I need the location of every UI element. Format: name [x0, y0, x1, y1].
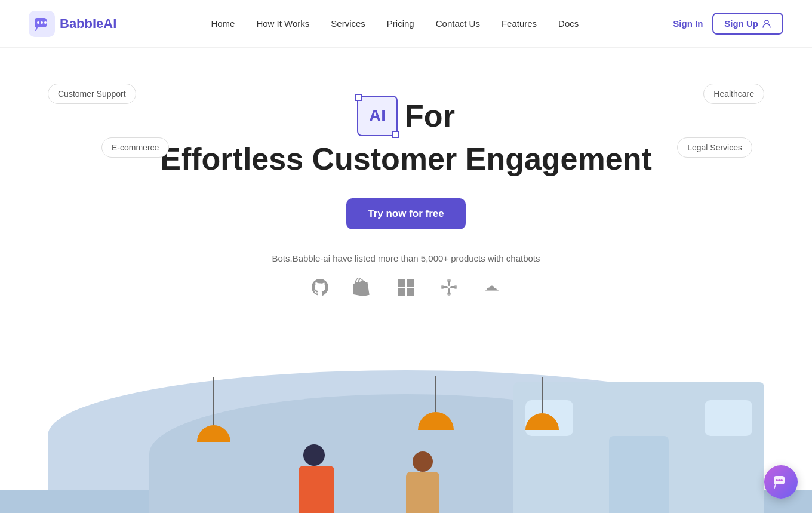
chatbot-fab[interactable] — [764, 465, 798, 499]
svg-point-17 — [447, 279, 451, 282]
hero-heading: AI For — [29, 96, 783, 136]
door-arch — [609, 436, 669, 513]
svg-point-2 — [41, 21, 43, 24]
tag-legal-services[interactable]: Legal Services — [677, 137, 752, 158]
person-1-head — [303, 444, 325, 466]
person-2-head — [413, 451, 433, 472]
nav-services[interactable]: Services — [331, 19, 365, 29]
cta-button[interactable]: Try now for free — [346, 198, 466, 229]
window-2 — [705, 400, 752, 436]
svg-point-4 — [765, 20, 768, 24]
logo-text: BabbleAI — [60, 16, 116, 32]
illustration-section — [0, 346, 812, 513]
svg-rect-10 — [407, 288, 414, 296]
wire-2 — [435, 376, 436, 412]
shade-2 — [418, 412, 454, 430]
cloudflare-logo — [482, 278, 502, 301]
svg-rect-9 — [398, 288, 405, 296]
svg-rect-8 — [407, 279, 414, 287]
pendant-3 — [525, 377, 559, 430]
shopify-logo — [353, 278, 373, 301]
partner-logos — [29, 278, 783, 301]
sign-in-button[interactable]: Sign In — [673, 19, 703, 29]
shade-1 — [197, 425, 230, 442]
hero-section: Customer Support E-commerce Healthcare L… — [0, 48, 812, 358]
microsoft-logo — [396, 278, 416, 301]
wire-1 — [213, 377, 214, 425]
nav-how-it-works[interactable]: How It Works — [256, 19, 309, 29]
svg-point-3 — [44, 21, 47, 24]
logo[interactable]: BabbleAI — [29, 11, 116, 37]
for-text: For — [405, 98, 455, 134]
pendant-2 — [418, 376, 454, 430]
tag-customer-support[interactable]: Customer Support — [48, 84, 136, 104]
person-2 — [406, 451, 439, 513]
user-icon — [762, 19, 771, 29]
svg-point-1 — [37, 21, 39, 24]
svg-point-20 — [776, 479, 778, 481]
svg-point-15 — [441, 285, 444, 289]
logo-icon — [29, 11, 55, 37]
github-logo — [310, 278, 330, 301]
nav-docs[interactable]: Docs — [558, 19, 579, 29]
person-2-body — [406, 472, 439, 513]
person-1-body — [299, 466, 334, 513]
nav-features[interactable]: Features — [502, 19, 537, 29]
navbar: BabbleAI Home How It Works Services Pric… — [0, 0, 812, 48]
nav-home[interactable]: Home — [211, 19, 235, 29]
svg-rect-5 — [358, 285, 368, 293]
svg-point-21 — [778, 479, 780, 481]
svg-rect-6 — [361, 283, 365, 285]
person-1 — [299, 444, 334, 513]
partner-text: Bots.Babble-ai have listed more than 5,0… — [29, 253, 783, 263]
svg-point-18 — [447, 292, 451, 296]
svg-point-16 — [454, 285, 457, 289]
sign-up-button[interactable]: Sign Up — [712, 13, 783, 35]
wire-3 — [542, 377, 543, 413]
slack-logo — [439, 278, 459, 301]
tag-ecommerce[interactable]: E-commerce — [102, 137, 169, 158]
svg-rect-7 — [398, 279, 405, 287]
shade-3 — [525, 413, 559, 430]
ai-badge: AI — [357, 96, 398, 136]
nav-contact-us[interactable]: Contact Us — [436, 19, 480, 29]
nav-pricing[interactable]: Pricing — [387, 19, 414, 29]
svg-point-22 — [780, 479, 783, 481]
pendant-1 — [197, 377, 230, 442]
nav-links: Home How It Works Services Pricing Conta… — [211, 19, 579, 29]
tag-healthcare[interactable]: Healthcare — [703, 84, 764, 104]
nav-actions: Sign In Sign Up — [673, 13, 783, 35]
